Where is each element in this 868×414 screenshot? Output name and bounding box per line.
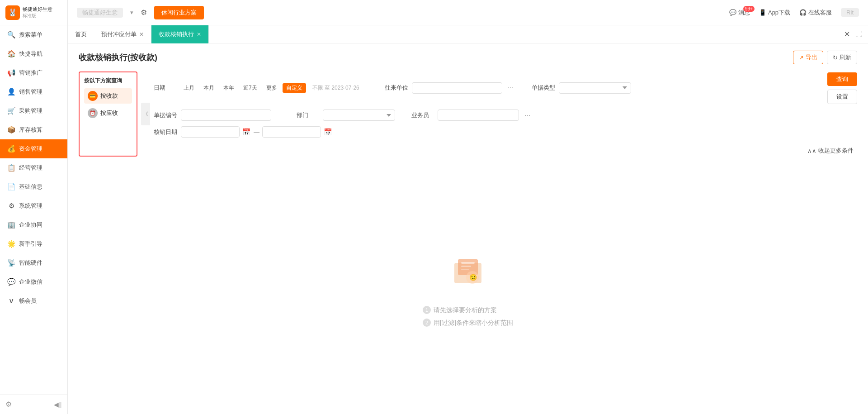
verify-date-end-input[interactable]: 2023-07-21 (262, 126, 321, 138)
filter-option-by-receivable[interactable]: ⏰ 按应收 (84, 105, 132, 121)
topbar-brand: 畅捷通好生意 (77, 8, 123, 18)
sidebar-item-label: 采购管理 (19, 107, 42, 115)
sidebar-item-inventory[interactable]: 📦 库存核算 (0, 120, 67, 139)
sidebar-settings-icon[interactable]: ⚙ (5, 400, 12, 409)
empty-tips: 1 请先选择要分析的方案 2 用[过滤]条件来缩小分析范围 (423, 304, 513, 329)
sidebar-item-purchase[interactable]: 🛒 采购管理 (0, 101, 67, 120)
filter-fields: 日期 上月 本月 本年 近7天 更多 自定义 不限 至 2023-07-26 往… (154, 71, 857, 157)
sidebar-item-operations[interactable]: 📋 经营管理 (0, 158, 67, 177)
sidebar-item-label: 畅会员 (19, 297, 37, 305)
verify-date-field: 核销日期 2023-03-01 📅 — 2023-07-21 📅 (154, 126, 332, 138)
counterpart-field: 往来单位 ··· (385, 82, 515, 94)
sidebar-item-label: 新手引导 (19, 240, 42, 248)
tab-receipt-label: 收款核销执行 (159, 30, 194, 38)
sidebar-item-member[interactable]: V 畅会员 (0, 291, 67, 310)
filter-row-3: 核销日期 2023-03-01 📅 — 2023-07-21 📅 (154, 126, 857, 138)
filter-option-receipt-label: 按收款 (100, 92, 118, 100)
date-this-month[interactable]: 本月 (200, 83, 218, 93)
setting-button[interactable]: 设置 (827, 90, 857, 104)
expand-tab-button[interactable]: ⛶ (854, 29, 864, 40)
inventory-icon: 📦 (7, 126, 15, 134)
sidebar: 🐰 畅捷通好生意 标准版 🔍 搜索菜单 🏠 快捷导航 📢 营销推广 👤 销售管理… (0, 0, 68, 414)
query-button[interactable]: 查询 (827, 72, 857, 86)
svg-rect-4 (461, 269, 469, 270)
solution-button[interactable]: 休闲行业方案 (154, 6, 204, 19)
svg-rect-2 (461, 262, 475, 264)
page-header: 收款核销执行(按收款) ↗ 导出 ↻ 刷新 (68, 43, 868, 64)
refresh-button[interactable]: ↻ 刷新 (827, 51, 857, 64)
date-quick-options: 上月 本月 本年 近7天 更多 自定义 (180, 83, 306, 93)
staff-dots-icon[interactable]: ··· (523, 111, 532, 119)
doc-type-select[interactable] (559, 82, 631, 94)
service-icon: 🎧 (799, 9, 807, 16)
basic-icon: 📄 (7, 183, 15, 191)
empty-tip-1: 1 请先选择要分析的方案 (423, 304, 513, 316)
finance-icon: 💰 (7, 145, 15, 153)
tab-receipt-close-icon[interactable]: ✕ (197, 31, 201, 38)
sales-icon: 👤 (7, 88, 15, 96)
tab-prepay-close-icon[interactable]: ✕ (139, 31, 144, 38)
receivable-icon: ⏰ (88, 108, 98, 118)
sidebar-item-label: 销售管理 (19, 88, 42, 96)
topbar-message[interactable]: 💬 消息 99+ (729, 9, 750, 17)
tab-prepay[interactable]: 预付冲应付单 ✕ (94, 25, 151, 43)
sidebar-item-label: 系统管理 (19, 202, 42, 210)
counterpart-dots-icon[interactable]: ··· (506, 84, 515, 92)
verify-date-start-input[interactable]: 2023-03-01 (181, 126, 240, 138)
counterpart-label: 往来单位 (385, 84, 408, 92)
export-button[interactable]: ↗ 导出 (793, 51, 823, 64)
date-last-month[interactable]: 上月 (180, 83, 198, 93)
operations-icon: 📋 (7, 164, 15, 172)
tab-receipt-verify[interactable]: 收款核销执行 ✕ (151, 25, 209, 43)
sidebar-item-marketing[interactable]: 📢 营销推广 (0, 63, 67, 82)
topbar-dropdown-icon[interactable]: ▾ (130, 9, 133, 16)
dept-select[interactable] (323, 109, 395, 121)
verify-date-label: 核销日期 (154, 128, 177, 136)
tabs-actions: ✕ ⛶ (842, 28, 868, 40)
sidebar-item-search[interactable]: 🔍 搜索菜单 (0, 25, 67, 44)
date-more[interactable]: 更多 (263, 83, 281, 93)
sidebar-item-guide[interactable]: 🌟 新手引导 (0, 234, 67, 253)
sidebar-item-wechat[interactable]: 💬 企业微信 (0, 272, 67, 291)
sidebar-item-system[interactable]: ⚙ 系统管理 (0, 196, 67, 215)
guide-icon: 🌟 (7, 240, 15, 248)
filter-panel-title: 按以下方案查询 (84, 77, 132, 85)
tab-home[interactable]: 首页 (68, 30, 94, 38)
doc-type-field: 单据类型 (532, 82, 631, 94)
topbar-gear-icon[interactable]: ⚙ (141, 8, 147, 17)
sidebar-item-sales[interactable]: 👤 销售管理 (0, 82, 67, 101)
sidebar-item-label: 快捷导航 (19, 50, 42, 58)
filter-panel: 按以下方案查询 💳 按收款 ⏰ 按应收 (79, 71, 137, 157)
sidebar-item-basic[interactable]: 📄 基础信息 (0, 177, 67, 196)
sidebar-item-enterprise[interactable]: 🏢 企业协同 (0, 215, 67, 234)
sidebar-bottom: ⚙ ◀‖ (0, 394, 67, 414)
tip-text-1: 请先选择要分析的方案 (434, 304, 497, 316)
sidebar-item-finance[interactable]: 💰 资金管理 (0, 139, 67, 158)
staff-input[interactable] (438, 109, 519, 121)
verify-start-calendar-icon[interactable]: 📅 (242, 128, 251, 136)
purchase-icon: 🛒 (7, 107, 15, 115)
verify-end-calendar-icon[interactable]: 📅 (324, 128, 332, 136)
empty-tip-2: 2 用[过滤]条件来缩小分析范围 (423, 316, 513, 329)
date-this-year[interactable]: 本年 (220, 83, 238, 93)
date-7days[interactable]: 近7天 (240, 83, 261, 93)
logo-icon: 🐰 (5, 5, 20, 20)
close-tab-button[interactable]: ✕ (842, 28, 852, 40)
topbar-app-download[interactable]: 📱 App下载 (759, 9, 790, 17)
date-custom-btn[interactable]: 自定义 (283, 83, 306, 93)
doc-no-field: 单据编号 (154, 109, 271, 121)
empty-state: 😕 1 请先选择要分析的方案 2 用[过滤]条件来缩小分析范围 (68, 164, 868, 414)
doc-no-input[interactable] (181, 109, 271, 121)
sidebar-item-label: 智能硬件 (19, 259, 42, 267)
filter-collapse-button[interactable]: 《 (141, 103, 150, 125)
sidebar-item-hardware[interactable]: 📡 智能硬件 (0, 253, 67, 272)
sidebar-collapse-icon[interactable]: ◀‖ (54, 401, 62, 408)
sidebar-item-quick-nav[interactable]: 🏠 快捷导航 (0, 44, 67, 63)
topbar-user[interactable]: Rit (841, 8, 859, 17)
counterpart-input[interactable] (412, 82, 502, 94)
topbar-online-service[interactable]: 🎧 在线客服 (799, 9, 832, 17)
collapse-more-button[interactable]: ∧∧ 收起更多条件 (804, 145, 857, 157)
doc-no-label: 单据编号 (154, 111, 177, 119)
filter-option-by-receipt[interactable]: 💳 按收款 (84, 88, 132, 104)
query-action-buttons: 查询 设置 (827, 71, 857, 104)
